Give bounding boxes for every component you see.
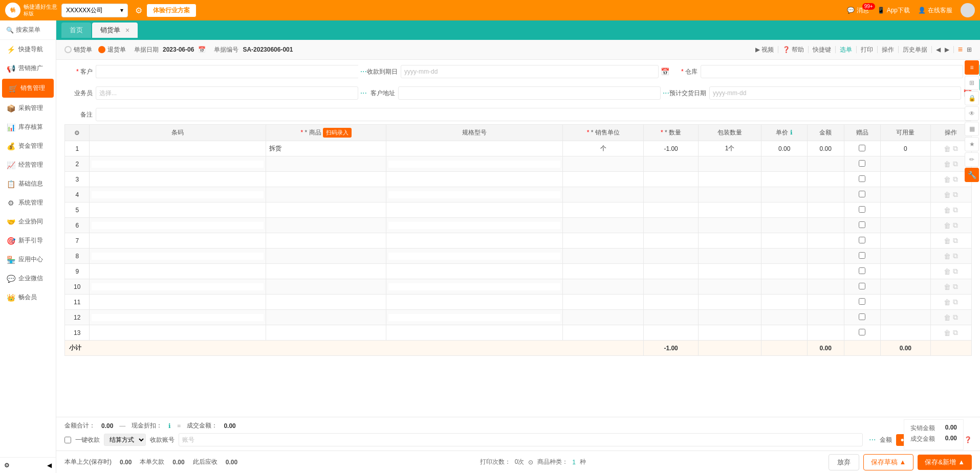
- row-quantity[interactable]: [644, 325, 698, 341]
- row-unit[interactable]: [563, 233, 644, 249]
- tab-close-icon[interactable]: ×: [125, 26, 129, 34]
- search-menu-button[interactable]: 🔍 搜索菜单: [4, 25, 52, 35]
- sidebar-item-cooperation[interactable]: 🤝 企业协同: [0, 212, 56, 231]
- row-unit[interactable]: [563, 172, 644, 187]
- row-quantity[interactable]: [644, 295, 698, 310]
- right-tool-filter[interactable]: ▦: [965, 122, 979, 136]
- row-unit-price[interactable]: [761, 310, 808, 325]
- salesman-more-icon[interactable]: ···: [360, 88, 367, 98]
- row-copy-icon[interactable]: ⧉: [953, 267, 958, 276]
- customer-more-icon[interactable]: ···: [360, 67, 367, 76]
- row-delete-icon[interactable]: 🗑: [944, 145, 951, 153]
- row-copy-icon[interactable]: ⧉: [953, 252, 958, 260]
- row-unit[interactable]: [563, 187, 644, 202]
- sidebar-item-shortcut[interactable]: ⚡ 快捷导航: [0, 40, 56, 59]
- row-barcode[interactable]: [90, 172, 266, 187]
- sidebar-item-operation[interactable]: 📈 经营管理: [0, 155, 56, 174]
- operate-link[interactable]: 操作: [882, 46, 894, 54]
- sidebar-item-purchase[interactable]: 📦 采购管理: [0, 99, 56, 118]
- row-delete-icon[interactable]: 🗑: [944, 329, 951, 337]
- calendar-icon-collection[interactable]: 📅: [661, 67, 669, 76]
- row-delete-icon[interactable]: 🗑: [944, 221, 951, 230]
- row-quantity[interactable]: [644, 156, 698, 172]
- customer-address-input[interactable]: [398, 86, 661, 100]
- row-delete-icon[interactable]: 🗑: [944, 237, 951, 245]
- sidebar-settings-icon[interactable]: ⚙: [4, 462, 10, 469]
- unit-price-info-icon[interactable]: ℹ: [790, 129, 793, 136]
- row-barcode[interactable]: [90, 202, 266, 218]
- row-spec[interactable]: [386, 279, 563, 295]
- tab-sales-order[interactable]: 销货单 ×: [92, 22, 138, 38]
- row-gift[interactable]: [844, 279, 881, 295]
- th-settings[interactable]: ⚙: [65, 125, 90, 141]
- row-unit-price[interactable]: 0.00: [761, 141, 808, 156]
- row-unit-price[interactable]: [761, 325, 808, 341]
- row-barcode[interactable]: [90, 295, 266, 310]
- row-barcode[interactable]: [90, 156, 266, 172]
- row-copy-icon[interactable]: ⧉: [953, 206, 958, 214]
- row-product[interactable]: [266, 233, 386, 249]
- row-product[interactable]: [266, 325, 386, 341]
- sidebar-item-appstore[interactable]: 🏪 应用中心: [0, 250, 56, 269]
- row-barcode[interactable]: [90, 187, 266, 202]
- row-gift[interactable]: [844, 172, 881, 187]
- row-product[interactable]: [266, 156, 386, 172]
- row-quantity[interactable]: [644, 310, 698, 325]
- row-quantity[interactable]: [644, 233, 698, 249]
- account-more-icon[interactable]: ···: [869, 435, 876, 444]
- salesman-input[interactable]: [96, 86, 358, 100]
- list-view-icon[interactable]: ≡: [958, 45, 963, 54]
- row-copy-icon[interactable]: ⧉: [953, 328, 958, 337]
- row-delete-icon[interactable]: 🗑: [944, 298, 951, 306]
- sidebar-item-finance[interactable]: 💰 资金管理: [0, 137, 56, 155]
- calendar-icon-date[interactable]: 📅: [198, 46, 206, 53]
- row-gift[interactable]: [844, 325, 881, 341]
- row-delete-icon[interactable]: 🗑: [944, 191, 951, 199]
- right-tool-orange-btn[interactable]: 🔧: [965, 168, 979, 182]
- row-unit-price[interactable]: [761, 295, 808, 310]
- row-spec[interactable]: [386, 264, 563, 279]
- row-unit-price[interactable]: [761, 172, 808, 187]
- row-unit-price[interactable]: [761, 279, 808, 295]
- row-product[interactable]: [266, 218, 386, 233]
- row-unit[interactable]: 个: [563, 141, 644, 156]
- sidebar-item-marketing[interactable]: 📢 营销推广: [0, 59, 56, 78]
- row-gift[interactable]: [844, 249, 881, 264]
- row-quantity[interactable]: [644, 202, 698, 218]
- row-spec[interactable]: [386, 325, 563, 341]
- row-spec[interactable]: [386, 218, 563, 233]
- row-unit[interactable]: [563, 325, 644, 341]
- next-record-icon[interactable]: ▶: [945, 46, 949, 53]
- account-input[interactable]: [179, 433, 863, 446]
- row-copy-icon[interactable]: ⧉: [953, 160, 958, 168]
- sidebar-item-weixin[interactable]: 💬 企业微信: [0, 269, 56, 288]
- row-product[interactable]: [266, 310, 386, 325]
- app-download-button[interactable]: 📱 App下载: [877, 6, 910, 15]
- row-unit-price[interactable]: [761, 233, 808, 249]
- row-unit[interactable]: [563, 249, 644, 264]
- row-gift[interactable]: [844, 233, 881, 249]
- feiyong-help-icon[interactable]: ❓: [964, 436, 972, 443]
- row-gift[interactable]: [844, 264, 881, 279]
- row-unit-price[interactable]: [761, 218, 808, 233]
- sidebar-item-system[interactable]: ⚙ 系统管理: [0, 193, 56, 212]
- notification-button[interactable]: 💬 消息 99+: [847, 6, 869, 15]
- row-barcode[interactable]: [90, 249, 266, 264]
- row-product[interactable]: [266, 187, 386, 202]
- row-copy-icon[interactable]: ⧉: [953, 313, 958, 322]
- row-unit[interactable]: [563, 202, 644, 218]
- row-spec[interactable]: [386, 202, 563, 218]
- sidebar-item-sales[interactable]: 🛒 销售管理: [2, 79, 54, 98]
- radio-return-order[interactable]: 退货单: [98, 46, 126, 54]
- row-product[interactable]: [266, 172, 386, 187]
- right-tool-eye[interactable]: 👁: [965, 106, 979, 121]
- row-delete-icon[interactable]: 🗑: [944, 206, 951, 214]
- row-quantity[interactable]: [644, 187, 698, 202]
- right-tool-list-view[interactable]: ≡: [965, 60, 979, 75]
- row-spec[interactable]: [386, 141, 563, 156]
- right-tool-star[interactable]: ★: [965, 137, 979, 151]
- sidebar-collapse-icon[interactable]: ◀: [47, 462, 52, 469]
- row-barcode[interactable]: [90, 310, 266, 325]
- warehouse-input[interactable]: 建材仓: [701, 65, 963, 78]
- row-gift[interactable]: [844, 310, 881, 325]
